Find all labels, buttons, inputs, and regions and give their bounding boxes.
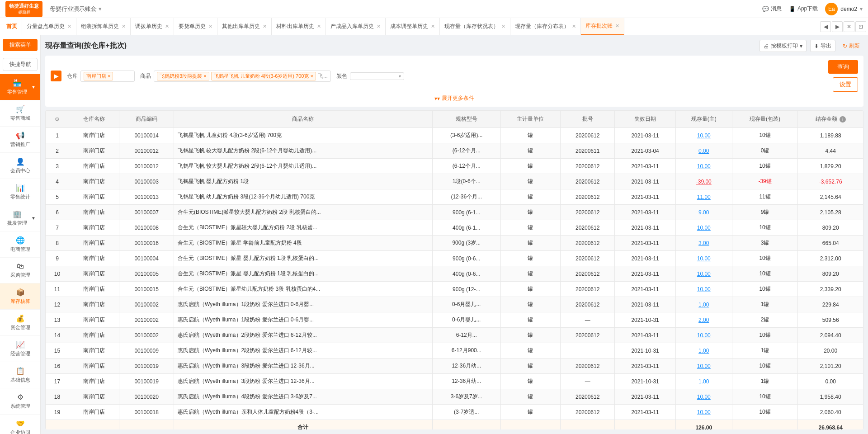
row-qty-main[interactable]: 10.00: [675, 389, 732, 405]
refresh-button[interactable]: ↻ 刷新: [839, 40, 863, 52]
row-qty-main[interactable]: 10.00: [675, 251, 732, 266]
tab-close-icon[interactable]: ✕: [501, 24, 505, 29]
tab-close-all-button[interactable]: ✕: [844, 21, 854, 32]
settings-button[interactable]: 设置: [833, 77, 858, 92]
row-spec: 900g (0-6...: [432, 251, 500, 266]
tab-11[interactable]: 库存批次账 ✕: [581, 18, 624, 35]
tab-8[interactable]: 成本调整单历史 ✕: [386, 18, 440, 35]
tab-close-icon[interactable]: ✕: [615, 23, 619, 29]
tab-close-icon[interactable]: ✕: [263, 24, 267, 29]
sidebar-item-retail-mgmt[interactable]: 🏪 零售管理 ▼: [0, 74, 40, 100]
row-expiry: 2021-03-11: [615, 282, 675, 297]
row-qty-main[interactable]: 2.00: [675, 312, 732, 328]
tag-close-icon[interactable]: ×: [310, 73, 313, 79]
sidebar-item-member[interactable]: 👤 会员中心: [0, 153, 40, 179]
row-qty-main[interactable]: 10.00: [675, 359, 732, 374]
expand-more-conditions[interactable]: ▾▾ 展开更多条件: [51, 94, 858, 102]
tab-6[interactable]: 材料出库单历史 ✕: [272, 18, 326, 35]
tab-close-icon[interactable]: ✕: [165, 24, 169, 29]
sidebar-item-ecommerce[interactable]: 🌐 电商管理: [0, 231, 40, 258]
tab-close-icon[interactable]: ✕: [208, 24, 212, 29]
tab-7[interactable]: 产成品入库单历史 ✕: [326, 18, 386, 35]
messages-button[interactable]: 💬 消息: [762, 5, 782, 13]
tab-1[interactable]: 分量盘点单历史 ✕: [22, 18, 76, 35]
tab-next-button[interactable]: ▶: [832, 21, 843, 32]
tab-9[interactable]: 现存量（库存状况表） ✕: [440, 18, 510, 35]
sidebar-item-purchase[interactable]: 🛍 采购管理: [0, 258, 40, 283]
tab-5[interactable]: 其他出库单历史 ✕: [217, 18, 272, 35]
row-qty-main[interactable]: 10.00: [675, 328, 732, 343]
row-spec: 6-12月...: [432, 328, 500, 343]
row-balance: 2,094.40: [798, 328, 863, 343]
marketing-icon: 📢: [16, 131, 25, 140]
search-english-button[interactable]: 搜索英单: [3, 39, 38, 51]
row-balance: 0.00: [798, 374, 863, 389]
export-button[interactable]: ⬇ 导出: [810, 40, 835, 52]
user-avatar-area[interactable]: Ea demo2 ▾: [825, 3, 863, 15]
sidebar-item-operations[interactable]: 📈 经营管理: [0, 336, 40, 362]
row-qty-main[interactable]: 3.00: [675, 236, 732, 251]
row-qty-main[interactable]: 10.00: [675, 266, 732, 282]
table-header-row: ⚙ 仓库名称 商品编码 商品名称 规格型号 主计量单位 批号 失效日期 现存量(…: [46, 111, 863, 128]
warehouse-filter-input[interactable]: 南岸门店 ×: [80, 71, 135, 82]
row-qty-main[interactable]: 11.00: [675, 189, 732, 205]
row-name: 合生元（BIOSTIME）派星 婴儿配方奶粉 1段 乳核蛋白的...: [174, 251, 432, 266]
tab-close-icon[interactable]: ✕: [122, 24, 126, 29]
sidebar-item-retail-stats[interactable]: 📊 零售统计: [0, 179, 40, 205]
tab-close-icon[interactable]: ✕: [572, 24, 576, 29]
sidebar-item-finance[interactable]: 💰 资金管理: [0, 310, 40, 336]
row-qty-main[interactable]: 10.00: [675, 220, 732, 236]
app-download-button[interactable]: 📱 App下载: [789, 5, 818, 13]
row-qty-main[interactable]: 1.00: [675, 297, 732, 312]
tag-close-icon[interactable]: ×: [108, 73, 110, 79]
sidebar-item-sys-mgmt[interactable]: ⚙ 系统管理: [0, 388, 40, 415]
tab-10[interactable]: 现存量（库存分布表） ✕: [510, 18, 581, 35]
tab-close-icon[interactable]: ✕: [377, 24, 381, 29]
row-warehouse: 南岸门店: [69, 297, 119, 312]
row-qty-main[interactable]: 10.00: [675, 159, 732, 174]
tab-menu-button[interactable]: ⊡: [855, 21, 866, 32]
row-qty-main[interactable]: 1.00: [675, 343, 732, 359]
row-qty-main[interactable]: 9.00: [675, 205, 732, 220]
tab-close-icon[interactable]: ✕: [431, 24, 435, 29]
tab-home[interactable]: 首页: [2, 18, 22, 35]
col-settings[interactable]: ⚙: [46, 111, 69, 128]
sidebar-item-wholesale[interactable]: 🏢 批发管理 ▼: [0, 205, 40, 231]
company-dropdown[interactable]: 母婴行业演示账套 ▾: [50, 5, 102, 13]
color-filter-input[interactable]: ▾: [350, 72, 404, 80]
sidebar-item-enterprise[interactable]: 🤝 企业协同: [0, 415, 40, 434]
row-qty-main[interactable]: 10.00: [675, 128, 732, 143]
tag-close-icon[interactable]: ×: [203, 73, 206, 79]
tab-4[interactable]: 要货单历史 ✕: [174, 18, 217, 35]
tab-close-icon[interactable]: ✕: [317, 24, 321, 29]
row-qty-main[interactable]: 1.00: [675, 374, 732, 389]
row-name: 飞鹤星飞帆 较大婴儿配方奶粉 2段(6-12个月婴幼儿适用)...: [174, 159, 432, 174]
row-balance: 2,105.28: [798, 205, 863, 220]
row-qty-main[interactable]: 10.00: [675, 282, 732, 297]
query-button[interactable]: 查询: [828, 60, 858, 74]
settings-icon[interactable]: ⚙: [55, 116, 60, 123]
print-button[interactable]: 🖨 按模板打印 ▾: [760, 40, 807, 52]
tab-3[interactable]: 调拨单历史 ✕: [131, 18, 174, 35]
row-qty-main[interactable]: 0.00: [675, 143, 732, 159]
sidebar-item-basic-info[interactable]: 📋 基础信息: [0, 362, 40, 388]
row-name: 惠氏启航（Wyeth illuma）2段奶粉 爱尔兰进口 6-12月较...: [174, 343, 432, 359]
row-qty-pkg: 10罐: [732, 405, 798, 420]
info-icon[interactable]: i: [840, 116, 846, 123]
row-spec: 12-36月幼...: [432, 374, 500, 389]
row-qty-main[interactable]: -39.00: [675, 174, 732, 189]
sidebar-item-marketing[interactable]: 📢 营销推广: [0, 127, 40, 153]
sidebar-item-inventory[interactable]: 📦 库存核算: [0, 283, 40, 310]
stats-icon: 📊: [16, 184, 25, 192]
row-qty-main[interactable]: 10.00: [675, 405, 732, 420]
tab-close-icon[interactable]: ✕: [67, 24, 71, 29]
product-filter-input[interactable]: 飞鹤奶粉3段两提装 × 飞鹤星飞帆 儿童奶粉 4段(3-6岁适用) 700克 ×…: [154, 71, 331, 82]
shortcut-nav-button[interactable]: 快捷导航: [3, 58, 38, 71]
row-unit: 罐: [500, 266, 560, 282]
sidebar-item-retail-store[interactable]: 🛒 零售商城: [0, 100, 40, 127]
tab-2[interactable]: 组装拆卸单历史 ✕: [76, 18, 131, 35]
filter-expand-icon[interactable]: ▶: [51, 71, 61, 81]
chevron-down-icon: ▾▾: [434, 95, 440, 102]
row-balance: 665.04: [798, 236, 863, 251]
tab-prev-button[interactable]: ◀: [820, 21, 831, 32]
